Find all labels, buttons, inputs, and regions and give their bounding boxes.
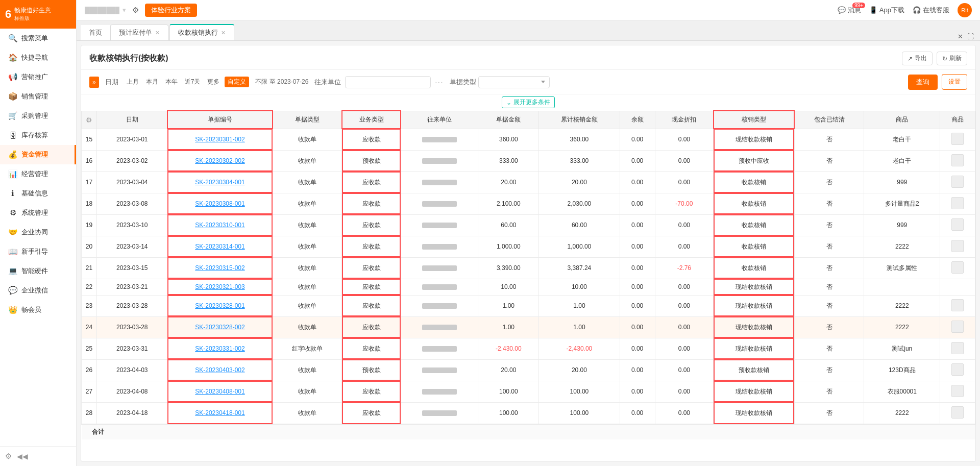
sidebar-icon-6: 💰 [8,150,17,159]
sidebar-icon-0: 🔍 [8,34,17,43]
app-download-link[interactable]: 📱 App下载 [869,6,904,15]
date-btn-7days[interactable]: 近7天 [183,77,203,87]
solution-button[interactable]: 体验行业方案 [145,4,197,17]
date-btn-this-month[interactable]: 本月 [144,77,160,87]
cell-cancel-type: 收款核销 [714,171,794,193]
sidebar-item-10[interactable]: 🤝企业协同 [0,223,76,242]
cell-id: 22 [82,279,97,295]
tab-home[interactable]: 首页 [81,25,110,40]
doc-no-link[interactable]: SK-20230331-002 [195,345,244,352]
doc-no-link[interactable]: SK-20230315-002 [195,264,244,272]
sidebar-item-5[interactable]: 🗄库存核算 [0,126,76,145]
sidebar-item-14[interactable]: 👑畅会员 [0,300,76,320]
user-avatar[interactable]: Rit [958,3,972,17]
tab-maximize-icon[interactable]: ⛶ [967,33,974,40]
cell-cancel-type: 收款核销 [714,257,794,279]
sidebar-item-4[interactable]: 🛒采购管理 [0,106,76,126]
cell-amount: 2,100.00 [478,193,539,214]
cell-unit: ████ [401,402,478,424]
doc-no-link[interactable]: SK-20230408-001 [195,388,244,395]
cell-unit: ████ [401,279,478,295]
type-filter-select[interactable] [478,76,550,88]
date-btn-this-year[interactable]: 本年 [163,77,180,87]
cell-cum-amount: 10.00 [539,279,620,295]
date-btn-more[interactable]: 更多 [205,77,222,87]
sidebar-item-2[interactable]: 📢营销推广 [0,67,76,87]
sidebar-logo-sub: 标推版 [14,15,51,22]
cell-amount: 100.00 [478,381,539,402]
cell-amount: -2,430.00 [478,338,539,359]
sidebar-item-8[interactable]: ℹ基础信息 [0,184,76,203]
doc-no-link[interactable]: SK-20230321-003 [195,283,244,290]
cell-product-img [940,150,975,171]
tab-writeoff[interactable]: 收款核销执行 ✕ [169,24,234,40]
date-btn-custom[interactable]: 自定义 [225,77,249,87]
doc-no-link[interactable]: SK-20230314-001 [195,243,244,250]
cell-product: 2222 [864,295,940,316]
product-image [951,385,964,397]
cell-cum-amount: 360.00 [539,129,620,150]
cell-date: 2023-03-04 [97,171,168,193]
refresh-button[interactable]: ↻ 刷新 [937,52,967,65]
tab-pre-payable[interactable]: 预计应付单 ✕ [110,24,168,40]
sidebar-item-1[interactable]: 🏠快捷导航 [0,48,76,67]
sidebar-gear-icon[interactable]: ⚙ [5,452,12,461]
query-button[interactable]: 查询 [908,75,938,90]
sidebar-item-3[interactable]: 📦销售管理 [0,87,76,106]
sidebar-item-9[interactable]: ⚙系统管理 [0,203,76,223]
doc-no-link[interactable]: SK-20230418-001 [195,409,244,416]
cell-cum-amount: 100.00 [539,381,620,402]
doc-no-link[interactable]: SK-20230302-002 [195,157,244,164]
col-discount: 现金折扣 [655,111,714,129]
cell-id: 23 [82,295,97,316]
doc-no-link[interactable]: SK-20230304-001 [195,179,244,186]
sidebar-icon-14: 👑 [8,305,17,314]
sidebar-collapse-icon[interactable]: ◀◀ [17,452,28,460]
col-date: 日期 [97,111,168,129]
cell-doc-type: 收款单 [273,129,342,150]
cell-id: 24 [82,316,97,338]
date-btn-last-month[interactable]: 上月 [125,77,141,87]
filter-settings-button[interactable]: 设置 [942,74,967,90]
online-service-link[interactable]: 🎧 在线客服 [913,6,949,15]
sidebar-item-13[interactable]: 💬企业微信 [0,281,76,300]
cell-doc-type: 收款单 [273,150,342,171]
tab-close-all-icon[interactable]: ✕ [958,33,963,40]
cell-doc-type: 收款单 [273,316,342,338]
unit-filter-dots[interactable]: ··· [435,78,444,86]
cell-cancel-type: 预收中应收 [714,150,794,171]
cell-balance: 0.00 [620,171,655,193]
doc-no-link[interactable]: SK-20230310-001 [195,222,244,229]
cell-cum-amount: 100.00 [539,402,620,424]
tab-writeoff-close[interactable]: ✕ [221,30,226,36]
sidebar-label-14: 畅会员 [21,305,41,314]
cell-unit: ████ [401,236,478,257]
page-actions: ↗ 导出 ↻ 刷新 [902,52,967,65]
cell-balance: 0.00 [620,214,655,236]
export-button[interactable]: ↗ 导出 [902,52,933,65]
doc-no-link[interactable]: SK-20230328-002 [195,324,244,331]
doc-no-link[interactable]: SK-20230308-001 [195,200,244,207]
cell-amount: 20.00 [478,171,539,193]
table-wrapper[interactable]: ⚙ 日期 单据编号 单据类型 业务类型 往来单位 单据金额 累计核销金额 余额 … [81,110,975,461]
cell-product-img [940,171,975,193]
doc-no-link[interactable]: SK-20230328-001 [195,302,244,309]
filter-expand-button[interactable]: » [89,77,99,88]
doc-no-link[interactable]: SK-20230403-002 [195,366,244,374]
cell-balance: 0.00 [620,129,655,150]
sidebar-item-12[interactable]: 💻智能硬件 [0,261,76,281]
tab-pre-payable-close[interactable]: ✕ [155,30,160,36]
col-settings[interactable]: ⚙ [82,111,97,129]
sidebar-item-6[interactable]: 💰资金管理 [0,145,76,164]
sidebar-item-11[interactable]: 📖新手引导 [0,242,76,261]
cell-doc-type: 收款单 [273,279,342,295]
sidebar-item-7[interactable]: 📊经营管理 [0,164,76,184]
message-icon[interactable]: 💬 消息 99+ [838,6,861,15]
sidebar-item-0[interactable]: 🔍搜索菜单 [0,29,76,48]
doc-no-link[interactable]: SK-20230301-002 [195,136,244,143]
unit-filter-input[interactable] [345,76,431,88]
topbar-settings-icon[interactable]: ⚙ [132,6,139,15]
page-content: 收款核销执行(按收款) ↗ 导出 ↻ 刷新 » 日期 上月 本月 本年 近7天 [81,45,976,462]
expand-more-button[interactable]: ⌄ 展开更多条件 [502,96,555,108]
cell-date: 2023-03-28 [97,295,168,316]
